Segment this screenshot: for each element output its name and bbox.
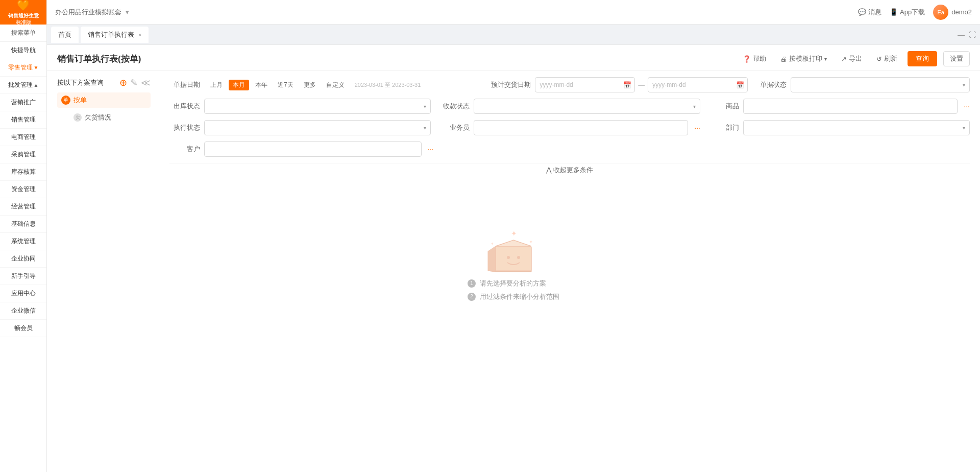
empty-step-1: 1 请先选择要分析的方案: [468, 277, 559, 290]
order-status-field: 单据状态 ▾: [756, 77, 970, 92]
template-print-label: 按模板打印: [789, 54, 822, 63]
header-right: 💬 消息 📱 App下载 Ea demo2: [858, 5, 972, 20]
breadcrumb-area: 办公用品行业模拟账套 ▾: [55, 8, 129, 17]
goods-more-icon[interactable]: ···: [964, 102, 970, 110]
salesperson-input[interactable]: [474, 120, 688, 135]
order-status-label: 单据状态: [756, 80, 787, 89]
search-menu-label: 搜索菜单: [3, 29, 43, 37]
sidebar-item-basic[interactable]: 基础信息: [0, 216, 46, 233]
collapse-left-icon[interactable]: ≪: [141, 77, 151, 88]
settings-btn[interactable]: 设置: [943, 51, 970, 66]
user-name: demo2: [951, 8, 972, 16]
query-btn[interactable]: 查询: [908, 51, 937, 66]
date-separator: —: [637, 81, 646, 89]
delivery-chevron: ▾: [424, 104, 426, 109]
message-label: 消息: [868, 8, 881, 17]
sidebar-item-newbie[interactable]: 新手引导: [0, 268, 46, 285]
tab-sales-order[interactable]: 销售订单执行表 ×: [81, 27, 149, 43]
expected-date-range: yyyy-mm-dd 📅 — yyyy-mm-dd 📅: [535, 77, 748, 92]
member-label: 畅会员: [14, 324, 33, 332]
dept-select[interactable]: ▾: [743, 120, 970, 135]
inventory-label: 库存核算: [11, 168, 36, 175]
sidebar-item-wholesale[interactable]: 批发管理 ▲: [0, 77, 46, 94]
sidebar-item-inventory[interactable]: 库存核算: [0, 163, 46, 181]
app-logo: 🧡 销售通好生意 标准版: [0, 0, 46, 25]
minimize-icon[interactable]: —: [958, 31, 965, 39]
edit-scheme-icon[interactable]: ✎: [130, 77, 138, 88]
app-center-label: 应用中心: [11, 290, 36, 297]
date-quick-this-year[interactable]: 本年: [251, 80, 272, 90]
template-print-btn[interactable]: 🖨 按模板打印 ▾: [776, 52, 831, 65]
help-btn[interactable]: ❓ 帮助: [739, 52, 770, 65]
scheme-item-欠货情况[interactable]: 欠 欠货情况: [57, 110, 151, 125]
export-icon: ↗: [841, 55, 847, 63]
sidebar-item-system[interactable]: 系统管理: [0, 233, 46, 250]
delivery-status-field: 出库状态 ▾: [169, 99, 431, 114]
sidebar-item-operations[interactable]: 经营管理: [0, 198, 46, 216]
message-icon: 💬: [858, 8, 866, 16]
export-btn[interactable]: ↗ 导出: [837, 52, 866, 65]
user-area[interactable]: Ea demo2: [933, 5, 972, 20]
exec-status-select[interactable]: ▾: [204, 120, 431, 135]
add-scheme-icon[interactable]: ⊕: [119, 77, 127, 88]
salesperson-label: 业务员: [439, 123, 470, 132]
tab-home[interactable]: 首页: [51, 27, 79, 43]
expected-date-from-placeholder: yyyy-mm-dd: [540, 81, 573, 88]
sidebar-item-purchase[interactable]: 采购管理: [0, 146, 46, 163]
sidebar-item-app-center[interactable]: 应用中心: [0, 285, 46, 302]
filter-section: 按以下方案查询 ⊕ ✎ ≪ 单 按单 欠 欠货情况: [47, 71, 980, 185]
message-btn[interactable]: 💬 消息: [858, 8, 881, 17]
expected-date-from[interactable]: yyyy-mm-dd 📅: [535, 77, 635, 92]
scheme-item-按单[interactable]: 单 按单: [57, 92, 151, 108]
empty-state: ✦ ✦ ✦ 1 请先选择要分析的方案 2: [47, 185, 980, 344]
salesperson-more-icon[interactable]: ···: [694, 124, 700, 132]
order-status-select[interactable]: ▾: [791, 77, 970, 92]
refresh-icon: ↺: [876, 55, 882, 63]
app-download-btn[interactable]: 📱 App下载: [890, 8, 925, 17]
date-quick-7days[interactable]: 近7天: [274, 80, 298, 90]
filter-right: 单据日期 上月 本月 本年 近7天 更多 自定义 2023-03-01 至 20…: [159, 77, 970, 179]
tab-close-btn[interactable]: ×: [138, 32, 141, 38]
dept-chevron: ▾: [963, 125, 965, 131]
calendar-to-icon: 📅: [736, 81, 744, 89]
customer-input[interactable]: [204, 141, 422, 157]
operations-label: 经营管理: [11, 203, 36, 210]
sidebar-item-member[interactable]: 畅会员: [0, 320, 46, 337]
maximize-icon[interactable]: ⛶: [969, 31, 976, 39]
date-quick-custom[interactable]: 自定义: [322, 80, 349, 90]
goods-label: 商品: [708, 102, 739, 111]
collapse-row[interactable]: ⋀ 收起更多条件: [169, 163, 970, 179]
date-quick-more[interactable]: 更多: [300, 80, 320, 90]
logo-icon: 🧡: [17, 0, 30, 11]
customer-more-icon[interactable]: ···: [428, 145, 434, 153]
sidebar-item-marketing[interactable]: 营销推广: [0, 94, 46, 111]
help-label: 帮助: [753, 54, 766, 63]
retail-label: 零售管理: [8, 63, 33, 72]
filter-row-3: 执行状态 ▾ 业务员 ··· 部门: [169, 120, 970, 135]
payment-status-select[interactable]: ▾: [474, 99, 700, 114]
breadcrumb-arrow-icon[interactable]: ▾: [126, 8, 129, 16]
filter-left: 按以下方案查询 ⊕ ✎ ≪ 单 按单 欠 欠货情况: [57, 77, 159, 179]
delivery-label: 出库状态: [169, 102, 200, 111]
sidebar-item-retail[interactable]: 零售管理 ▼: [0, 59, 46, 77]
sidebar-item-ecommerce[interactable]: 电商管理: [0, 129, 46, 146]
goods-input[interactable]: [743, 99, 958, 114]
filter-row-2: 出库状态 ▾ 收款状态 ▾: [169, 99, 970, 114]
date-quick-last-month[interactable]: 上月: [206, 80, 227, 90]
sidebar-item-quick-nav[interactable]: 快捷导航: [0, 42, 46, 59]
delivery-status-select[interactable]: ▾: [204, 99, 431, 114]
empty-step-2: 2 用过滤条件来缩小分析范围: [468, 290, 559, 303]
refresh-btn[interactable]: ↺ 刷新: [872, 52, 901, 65]
date-quick-this-month[interactable]: 本月: [229, 80, 249, 90]
expected-date-to[interactable]: yyyy-mm-dd 📅: [648, 77, 748, 92]
sidebar-item-enterprise-wechat[interactable]: 企业微信: [0, 302, 46, 320]
sidebar-item-sales[interactable]: 销售管理: [0, 111, 46, 129]
wholesale-arrow: ▲: [34, 82, 39, 88]
system-label: 系统管理: [11, 238, 36, 245]
search-menu[interactable]: 搜索菜单: [0, 25, 46, 42]
query-label: 查询: [916, 54, 929, 63]
sidebar-item-enterprise[interactable]: 企业协同: [0, 250, 46, 268]
sidebar-item-finance[interactable]: 资金管理: [0, 181, 46, 198]
ecommerce-label: 电商管理: [11, 133, 36, 140]
print-icon: 🖨: [780, 55, 787, 63]
